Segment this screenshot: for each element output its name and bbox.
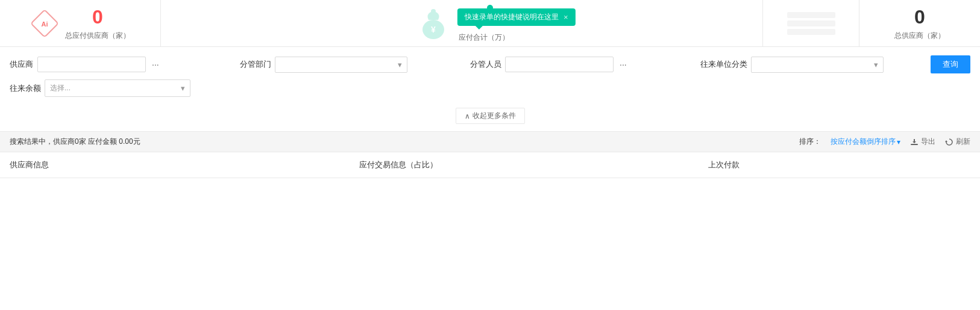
supplier-field: 供应商 ···	[10, 57, 233, 72]
stats-bar: Ai 0 总应付供应商（家） ¥ 0.00 应付合计（万） 快速录单的快捷键说明…	[0, 0, 980, 47]
person-input[interactable]	[505, 57, 614, 72]
shortcut-tooltip: 快速录单的快捷键说明在这里 ×	[469, 4, 493, 13]
balance-arrow-icon: ▾	[181, 84, 185, 93]
sort-select[interactable]: 按应付会额倒序排序 ▾	[831, 137, 900, 147]
sort-label: 排序：	[799, 137, 821, 147]
svg-point-3	[431, 9, 436, 14]
payable-suppliers-label: 总应付供应商（家）	[65, 31, 130, 41]
balance-placeholder: 选择...	[50, 83, 71, 93]
search-row-2: 往来余额 选择... ▾	[10, 79, 970, 97]
payable-total-label: 应付合计（万）	[459, 33, 509, 43]
department-label: 分管部门	[240, 59, 271, 70]
export-label: 导出	[921, 137, 935, 147]
query-button[interactable]: 查询	[931, 55, 970, 73]
stat-payable-total: ¥ 0.00 应付合计（万） 快速录单的快捷键说明在这里 ×	[161, 0, 763, 46]
table-header: 供应商信息 应付交易信息（占比） 上次付款	[0, 152, 980, 178]
collapse-row: ∧ 收起更多条件	[10, 103, 970, 131]
department-field: 分管部门 ▾	[240, 57, 463, 73]
stat-total-suppliers: 0 总供应商（家）	[859, 0, 980, 46]
search-row-1: 供应商 ··· 分管部门 ▾ 分管人员 ··· 往来单位分类 ▾ 查询	[10, 55, 970, 73]
category-arrow-icon: ▾	[874, 60, 878, 69]
tooltip-text: 快速录单的快捷键说明在这里	[465, 12, 559, 22]
sort-arrow-icon: ▾	[897, 138, 900, 146]
stat-chart-area	[763, 0, 859, 46]
balance-label: 往来余额	[10, 83, 41, 94]
svg-rect-5	[911, 144, 918, 145]
refresh-icon	[945, 138, 953, 146]
svg-marker-6	[945, 140, 947, 142]
svg-text:¥: ¥	[431, 25, 436, 34]
export-icon	[910, 138, 919, 146]
total-suppliers-label: 总供应商（家）	[894, 31, 945, 41]
department-select[interactable]: ▾	[275, 57, 407, 73]
collapse-up-icon: ∧	[465, 112, 470, 120]
refresh-label: 刷新	[956, 137, 970, 147]
balance-select[interactable]: 选择... ▾	[45, 79, 190, 97]
stat-payable-suppliers: Ai 0 总应付供应商（家）	[0, 0, 161, 46]
search-area: 供应商 ··· 分管部门 ▾ 分管人员 ··· 往来单位分类 ▾ 查询	[0, 47, 980, 132]
col-transaction-header: 应付交易信息（占比）	[359, 160, 709, 170]
svg-text:Ai: Ai	[42, 20, 48, 28]
person-more-btn[interactable]: ···	[617, 58, 629, 70]
balance-field: 往来余额 选择... ▾	[10, 79, 190, 97]
person-field: 分管人员 ···	[470, 57, 693, 72]
result-info-text: 搜索结果中，供应商0家 应付金额 0.00元	[10, 137, 799, 147]
department-arrow-icon: ▾	[398, 60, 402, 69]
refresh-button[interactable]: 刷新	[945, 137, 970, 147]
category-select[interactable]: ▾	[751, 57, 884, 73]
money-bag-icon: ¥	[414, 4, 453, 43]
collapse-button[interactable]: ∧ 收起更多条件	[456, 108, 525, 124]
supplier-input[interactable]	[37, 57, 146, 72]
col-last-payment-header: 上次付款	[708, 160, 970, 170]
category-field: 往来单位分类 ▾	[700, 57, 923, 73]
total-suppliers-count: 0	[914, 5, 925, 28]
payable-suppliers-count: 0	[92, 5, 103, 28]
result-bar: 搜索结果中，供应商0家 应付金额 0.00元 排序： 按应付会额倒序排序 ▾ 导…	[0, 132, 980, 152]
export-button[interactable]: 导出	[910, 137, 935, 147]
supplier-label: 供应商	[10, 59, 34, 70]
result-actions: 排序： 按应付会额倒序排序 ▾ 导出 刷新	[799, 137, 970, 147]
category-label: 往来单位分类	[700, 59, 747, 70]
supplier-more-btn[interactable]: ···	[149, 58, 162, 70]
table-body	[0, 178, 980, 299]
collapse-label: 收起更多条件	[473, 111, 516, 121]
col-supplier-info-header: 供应商信息	[10, 160, 359, 170]
person-label: 分管人员	[470, 59, 501, 70]
sort-value: 按应付会额倒序排序	[831, 137, 896, 147]
diamond-logo-icon: Ai	[30, 9, 59, 38]
tooltip-close-btn[interactable]: ×	[564, 13, 568, 22]
